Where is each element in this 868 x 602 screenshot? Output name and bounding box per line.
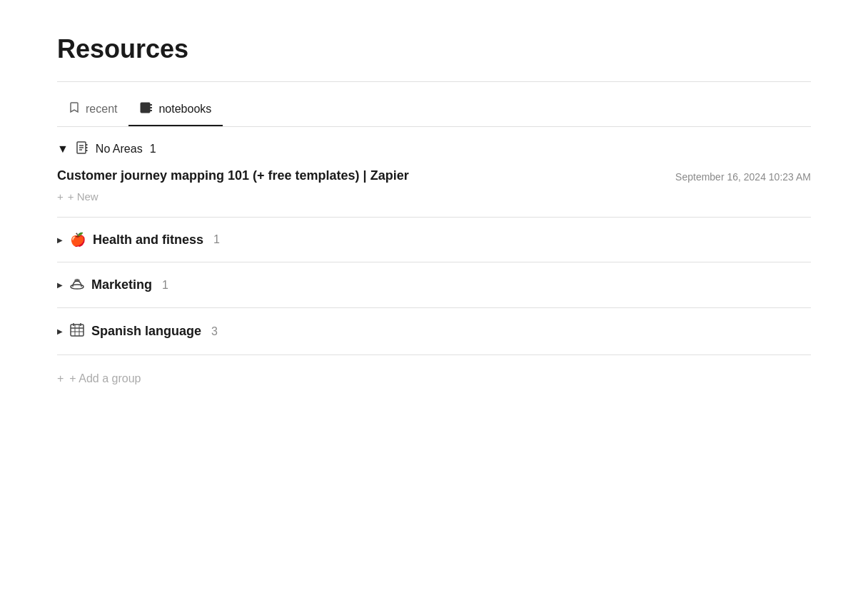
tab-recent[interactable]: recent xyxy=(57,93,128,126)
add-group-button[interactable]: + + Add a group xyxy=(57,355,811,402)
group-marketing-name: Marketing xyxy=(91,277,152,292)
chevron-right-icon: ▶ xyxy=(57,281,63,289)
new-notebook-button[interactable]: + + New xyxy=(57,183,811,214)
notebook-date: September 16, 2024 10:23 AM xyxy=(675,168,811,183)
page-title: Resources xyxy=(57,34,811,64)
notebook-title[interactable]: Customer journey mapping 101 (+ free tem… xyxy=(57,168,409,183)
svg-rect-3 xyxy=(150,110,152,111)
group-spanish-language-name: Spanish language xyxy=(91,324,201,339)
tab-notebooks[interactable]: notebooks xyxy=(128,93,223,126)
group-no-areas-count: 1 xyxy=(150,143,156,155)
svg-rect-1 xyxy=(150,104,152,106)
plus-icon: + xyxy=(57,190,64,203)
chevron-right-icon: ▶ xyxy=(57,327,63,335)
svg-rect-2 xyxy=(150,107,152,108)
svg-rect-0 xyxy=(141,103,150,113)
notebooks-icon xyxy=(140,102,153,116)
notebook-outline-icon xyxy=(76,141,89,157)
hat-icon xyxy=(70,277,84,293)
group-health-fitness-count: 1 xyxy=(213,233,220,246)
calendar-grid-icon xyxy=(70,322,84,340)
group-spanish-language-count: 3 xyxy=(211,325,218,338)
add-group-label: + Add a group xyxy=(69,372,141,385)
chevron-down-icon: ▼ xyxy=(57,143,69,155)
group-no-areas: ▼ No Areas 1 Customer journey mapping 10… xyxy=(57,127,811,218)
group-health-fitness-name: Health and fitness xyxy=(93,233,203,248)
group-spanish-language-header[interactable]: ▶ Spanish language 3 xyxy=(57,308,811,354)
group-marketing-header[interactable]: ▶ Marketing 1 xyxy=(57,262,811,307)
chevron-right-icon: ▶ xyxy=(57,236,63,244)
tabs-container: recent notebooks xyxy=(57,82,811,126)
tab-recent-label: recent xyxy=(86,103,117,116)
svg-rect-9 xyxy=(86,147,88,148)
svg-rect-13 xyxy=(71,325,84,336)
notebook-item: Customer journey mapping 101 (+ free tem… xyxy=(57,160,811,217)
group-marketing-count: 1 xyxy=(162,279,168,292)
tab-notebooks-label: notebooks xyxy=(158,103,211,116)
group-no-areas-name: No Areas xyxy=(96,143,143,155)
plus-icon: + xyxy=(57,372,64,385)
new-label: + New xyxy=(68,190,99,203)
svg-rect-10 xyxy=(86,150,88,151)
svg-rect-8 xyxy=(86,144,88,146)
group-health-fitness: ▶ 🍎 Health and fitness 1 xyxy=(57,218,811,262)
group-marketing: ▶ Marketing 1 xyxy=(57,262,811,308)
bookmark-icon xyxy=(69,102,80,116)
apple-icon: 🍎 xyxy=(70,232,86,248)
group-health-fitness-header[interactable]: ▶ 🍎 Health and fitness 1 xyxy=(57,218,811,262)
page-container: Resources recent notebooks xyxy=(0,0,868,437)
group-no-areas-header[interactable]: ▼ No Areas 1 xyxy=(57,127,811,160)
group-spanish-language: ▶ Spanish language 3 xyxy=(57,308,811,355)
notebook-meta: Customer journey mapping 101 (+ free tem… xyxy=(57,168,811,183)
